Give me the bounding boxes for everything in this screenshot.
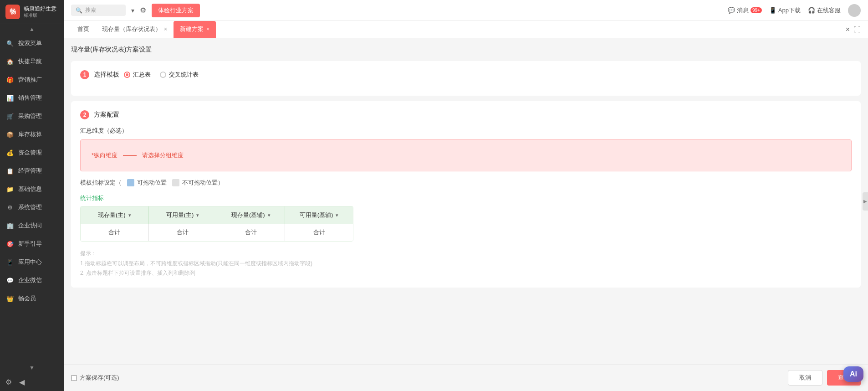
gift-icon: 🎁 (5, 75, 15, 84)
stats-col3-header[interactable]: 现存量(基辅) ▾ (217, 206, 286, 224)
save-scheme-checkbox[interactable]: 方案保存(可选) (71, 374, 119, 382)
cancel-button[interactable]: 取消 (788, 370, 822, 386)
sidebar-item-enterprise-wechat[interactable]: 💬 企业微信 (0, 271, 64, 289)
radio-cross-label: 交叉统计表 (169, 71, 199, 79)
step1-title: 选择模板 (94, 71, 119, 79)
template-radio-group: 汇总表 交叉统计表 (124, 71, 199, 79)
online-service-button[interactable]: 🎧 在线客服 (808, 6, 841, 15)
step2-badge: 2 (80, 110, 89, 119)
app-download-button[interactable]: 📱 App下载 (769, 6, 801, 15)
topbar-right: 💬 消息 99+ 📱 App下载 🎧 在线客服 (728, 4, 861, 17)
stats-col4-header[interactable]: 可用量(基辅) ▾ (285, 206, 353, 224)
dimension-box[interactable]: *纵向维度 请选择分组维度 (80, 139, 852, 171)
folder-icon: 📁 (5, 185, 15, 194)
radio-summary[interactable]: 汇总表 (124, 71, 151, 79)
step1-badge: 1 (80, 70, 89, 79)
step2-title: 方案配置 (94, 111, 119, 119)
sidebar-item-label: 搜索菜单 (18, 39, 42, 47)
close-window-button[interactable]: × (846, 26, 850, 34)
chevron-down-icon[interactable]: ▾ (268, 212, 271, 218)
radio-cross-circle (160, 72, 166, 78)
sidebar-item-label: 应用中心 (18, 258, 42, 266)
draggable-indicator: 可拖动位置 (127, 179, 167, 187)
tab-new-scheme-close[interactable]: × (206, 26, 209, 32)
sidebar-item-search[interactable]: 🔍 搜索菜单 (0, 34, 64, 52)
stats-col1-value: 合计 (81, 224, 149, 241)
sidebar-item-app-center[interactable]: 📱 应用中心 (0, 253, 64, 271)
tip-item-1: 1.拖动标题栏可以调整布局，不可跨维度或指标区域拖动(只能在同一维度或指标区域内… (80, 259, 852, 269)
stats-col1-header[interactable]: 现存量(主) ▾ (81, 206, 149, 224)
draggable-label: 可拖动位置 (137, 179, 167, 187)
radio-cross[interactable]: 交叉统计表 (160, 71, 199, 79)
sidebar-item-system[interactable]: ⚙ 系统管理 (0, 198, 64, 216)
search-box[interactable]: 🔍 搜索 (71, 5, 126, 16)
draggable-icon (127, 179, 134, 186)
ai-float-button[interactable]: Ai (843, 366, 863, 382)
dimension-divider (123, 155, 137, 156)
stats-col2-value: 合计 (149, 224, 217, 241)
content-area: 现存量(库存状况表)方案设置 1 选择模板 汇总表 交叉统计表 (64, 38, 868, 364)
tab-new-scheme[interactable]: 新建方案 × (174, 21, 216, 38)
target-icon: 🎯 (5, 239, 15, 248)
radio-summary-circle (124, 72, 130, 78)
tab-home-label: 首页 (77, 25, 89, 33)
page-title: 现存量(库存状况表)方案设置 (71, 46, 861, 54)
sidebar-item-label: 企业协同 (18, 221, 42, 230)
sidebar-scroll-down[interactable]: ▼ (0, 363, 64, 373)
mobile-icon: 📱 (5, 257, 15, 267)
tip-title: 提示： (80, 249, 852, 259)
sidebar-item-new-guide[interactable]: 🎯 新手引导 (0, 235, 64, 253)
stats-col4-label: 可用量(基辅) (300, 211, 333, 219)
tab-home[interactable]: 首页 (71, 21, 96, 38)
message-badge: 99+ (751, 7, 762, 13)
sidebar-item-marketing[interactable]: 🎁 营销推广 (0, 71, 64, 89)
industry-solution-button[interactable]: 体验行业方案 (152, 4, 200, 17)
non-draggable-icon (172, 179, 179, 186)
settings-icon[interactable]: ⚙ (5, 378, 12, 386)
tabs-actions: × ⛶ (846, 26, 861, 34)
stats-col2-header[interactable]: 可用量(主) ▾ (149, 206, 217, 224)
topbar: 🔍 搜索 ▾ ⚙ 体验行业方案 💬 消息 99+ 📱 App下载 🎧 在线客服 (64, 0, 868, 21)
sidebar-item-label: 库存核算 (18, 130, 42, 139)
user-avatar[interactable] (848, 4, 861, 17)
chat-icon: 💬 (5, 276, 15, 285)
sidebar-item-quick-nav[interactable]: 🏠 快捷导航 (0, 52, 64, 71)
topbar-settings-icon[interactable]: ⚙ (140, 6, 146, 15)
message-label: 消息 (737, 6, 749, 15)
message-icon: 💬 (728, 7, 735, 14)
sidebar-item-management[interactable]: 📋 经营管理 (0, 162, 64, 180)
template-section: 1 选择模板 汇总表 交叉统计表 (71, 61, 861, 96)
dimension-label: 汇总维度（必选） (80, 127, 852, 135)
sidebar-item-finance[interactable]: 💰 资金管理 (0, 144, 64, 162)
collapse-icon[interactable]: ◀ (19, 378, 25, 386)
scheme-section: 2 方案配置 汇总维度（必选） *纵向维度 请选择分组维度 模板指标设定（ 可拖… (71, 101, 861, 288)
sidebar-item-inventory[interactable]: 📦 库存核算 (0, 125, 64, 144)
sidebar-item-member[interactable]: 👑 畅会员 (0, 289, 64, 308)
save-scheme-input[interactable] (71, 375, 77, 381)
dropdown-icon[interactable]: ▾ (131, 7, 134, 14)
sidebar-item-label: 快捷导航 (18, 57, 42, 66)
chevron-down-icon[interactable]: ▾ (196, 212, 199, 218)
sidebar-item-basic-info[interactable]: 📁 基础信息 (0, 180, 64, 198)
sidebar-bottom: ⚙ ◀ (0, 373, 64, 391)
tab-inventory-close[interactable]: × (164, 26, 167, 32)
search-placeholder: 搜索 (85, 6, 96, 14)
crown-icon: 👑 (5, 294, 15, 303)
chevron-down-icon[interactable]: ▾ (336, 212, 338, 218)
messages-button[interactable]: 💬 消息 99+ (728, 6, 762, 15)
search-icon: 🔍 (5, 39, 15, 48)
sidebar-item-sales[interactable]: 📊 销售管理 (0, 89, 64, 107)
right-panel-collapse[interactable]: ▶ (863, 192, 868, 211)
stats-table: 现存量(主) ▾ 可用量(主) ▾ 现存量(基辅) ▾ 可用量(基辅) ▾ (80, 206, 353, 242)
chevron-down-icon[interactable]: ▾ (128, 212, 131, 218)
stats-col2-label: 可用量(主) (166, 211, 194, 219)
stats-col1-label: 现存量(主) (98, 211, 126, 219)
sidebar-item-purchase[interactable]: 🛒 采购管理 (0, 107, 64, 125)
tab-inventory-status[interactable]: 现存量（库存状况表） × (96, 21, 174, 38)
sidebar-item-enterprise[interactable]: 🏢 企业协同 (0, 216, 64, 235)
sidebar-scroll-up[interactable]: ▲ (0, 24, 64, 34)
building-icon: 🏢 (5, 221, 15, 230)
clipboard-icon: 📋 (5, 166, 15, 175)
expand-window-button[interactable]: ⛶ (853, 26, 861, 34)
sidebar-item-label: 企业微信 (18, 276, 42, 284)
